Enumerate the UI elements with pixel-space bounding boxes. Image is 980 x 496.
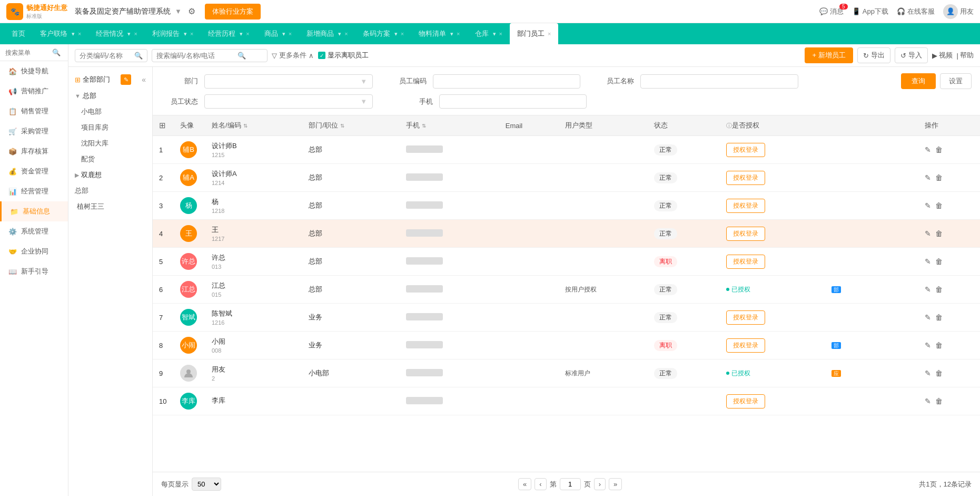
- export-button[interactable]: ↻ 导出: [857, 47, 890, 63]
- delete-button[interactable]: 🗑: [935, 229, 943, 238]
- delete-button[interactable]: 🗑: [935, 257, 943, 266]
- dropdown-arrow-icon[interactable]: ▼: [175, 7, 182, 15]
- th-name[interactable]: 姓名/编码 ⇅: [205, 115, 302, 136]
- page-number-input[interactable]: [560, 478, 581, 490]
- delete-button[interactable]: 🗑: [935, 341, 943, 349]
- more-filter-button[interactable]: ▽ 更多条件 ∧: [272, 51, 314, 60]
- online-support-button[interactable]: 🎧 在线客服: [897, 7, 935, 16]
- delete-button[interactable]: 🗑: [935, 173, 943, 182]
- dept-item-zhishu[interactable]: 植树王三: [68, 199, 152, 215]
- import-button[interactable]: ↺ 导入: [895, 47, 928, 63]
- employee-auth[interactable]: 授权登录: [720, 387, 824, 415]
- last-page-button[interactable]: »: [609, 478, 622, 490]
- employee-auth[interactable]: 授权登录: [720, 192, 824, 220]
- sidebar-item-marketing[interactable]: 📢营销推广: [0, 81, 68, 101]
- employee-auth[interactable]: 授权登录: [720, 220, 824, 248]
- edit-button[interactable]: ✎: [925, 173, 931, 182]
- employee-auth[interactable]: 授权登录: [720, 332, 824, 359]
- app-download-button[interactable]: 📱 App下载: [852, 7, 888, 16]
- auth-login-button[interactable]: 授权登录: [726, 171, 765, 185]
- trial-button[interactable]: 体验行业方案: [205, 4, 261, 20]
- edit-button[interactable]: ✎: [925, 313, 931, 322]
- sidebar-item-finance[interactable]: 💰资金管理: [0, 161, 68, 181]
- set-button[interactable]: 设置: [940, 73, 972, 89]
- category-search-input[interactable]: [80, 52, 132, 60]
- edit-button[interactable]: ✎: [925, 341, 931, 349]
- first-page-button[interactable]: «: [518, 478, 531, 490]
- tab-customer[interactable]: 客户联络 ▾×: [33, 23, 88, 44]
- page-size-dropdown[interactable]: 50 100 200: [192, 478, 221, 491]
- dept-item-peihuo[interactable]: 配货: [68, 151, 152, 167]
- th-phone[interactable]: 手机 ⇅: [400, 115, 499, 136]
- tab-operation[interactable]: 经营情况 ▾×: [88, 23, 144, 44]
- sidebar-item-sales[interactable]: 📋销售管理: [0, 101, 68, 121]
- edit-button[interactable]: ✎: [925, 145, 931, 154]
- emp-status-select[interactable]: ▼: [204, 94, 373, 109]
- edit-button[interactable]: ✎: [925, 285, 931, 294]
- edit-button[interactable]: ✎: [925, 369, 931, 377]
- next-page-button[interactable]: ›: [594, 478, 606, 490]
- delete-button[interactable]: 🗑: [935, 201, 943, 210]
- column-settings-icon[interactable]: ⊞: [159, 121, 166, 130]
- delete-button[interactable]: 🗑: [935, 313, 943, 322]
- auth-login-button[interactable]: 授权登录: [726, 255, 765, 269]
- employee-auth[interactable]: 授权登录: [720, 304, 824, 332]
- tab-home[interactable]: 首页: [4, 23, 33, 44]
- edit-button[interactable]: ✎: [925, 397, 931, 405]
- sidebar-item-collab[interactable]: 🤝企业协同: [0, 241, 68, 261]
- auth-login-button[interactable]: 授权登录: [726, 394, 765, 409]
- query-button[interactable]: 查询: [901, 73, 936, 89]
- prev-page-button[interactable]: ‹: [534, 478, 546, 490]
- tab-add-goods[interactable]: 新增商品 ▾×: [299, 23, 355, 44]
- emp-code-input[interactable]: [433, 74, 580, 89]
- auth-login-button[interactable]: 授权登录: [726, 143, 765, 157]
- user-menu[interactable]: 👤 用友: [943, 4, 974, 19]
- sidebar-item-management[interactable]: 📊经营管理: [0, 181, 68, 201]
- sidebar-item-system[interactable]: ⚙️系统管理: [0, 221, 68, 241]
- sidebar-item-purchase[interactable]: 🛒采购管理: [0, 121, 68, 141]
- main-search-input[interactable]: [156, 52, 235, 60]
- message-button[interactable]: 💬 消息 5: [819, 7, 844, 16]
- employee-auth[interactable]: 授权登录: [720, 248, 824, 276]
- tab-history[interactable]: 经营历程 ▾×: [201, 23, 256, 44]
- sidebar-item-inventory[interactable]: 📦库存核算: [0, 141, 68, 161]
- delete-button[interactable]: 🗑: [935, 397, 943, 405]
- delete-button[interactable]: 🗑: [935, 145, 943, 154]
- edit-button[interactable]: ✎: [925, 229, 931, 238]
- tab-profit[interactable]: 利润报告 ▾×: [145, 23, 201, 44]
- settings-icon[interactable]: ⚙: [188, 6, 195, 16]
- tab-bom[interactable]: 物料清单 ▾×: [411, 23, 467, 44]
- show-resigned-checkbox[interactable]: ✓ 显示离职员工: [318, 51, 369, 60]
- help-button[interactable]: | 帮助: [957, 47, 974, 63]
- delete-button[interactable]: 🗑: [935, 285, 943, 294]
- auth-login-button[interactable]: 授权登录: [726, 199, 765, 213]
- tab-goods[interactable]: 商品 ▾×: [257, 23, 299, 44]
- sidebar-item-shortcut[interactable]: 🏠快捷导航: [0, 61, 68, 81]
- dept-item-project[interactable]: 项目库房: [68, 120, 152, 135]
- delete-button[interactable]: 🗑: [935, 369, 943, 377]
- purchase-icon: 🛒: [8, 128, 17, 135]
- dept-collapse-button[interactable]: «: [142, 75, 146, 84]
- auth-login-button[interactable]: 授权登录: [726, 338, 765, 353]
- auth-login-button[interactable]: 授权登录: [726, 227, 765, 241]
- edit-button[interactable]: ✎: [925, 257, 931, 266]
- employee-auth[interactable]: 授权登录: [720, 164, 824, 192]
- video-button[interactable]: ▶ 视频: [932, 47, 953, 63]
- employee-auth[interactable]: 授权登录: [720, 136, 824, 164]
- auth-login-button[interactable]: 授权登录: [726, 310, 765, 325]
- sidebar-search-input[interactable]: [5, 49, 50, 56]
- tab-barcode[interactable]: 条码方案 ▾×: [355, 23, 411, 44]
- dept-item-shenyang[interactable]: 沈阳大库: [68, 135, 152, 151]
- sidebar-item-basic[interactable]: 📁基础信息: [0, 201, 68, 221]
- sidebar-item-guide[interactable]: 📖新手引导: [0, 261, 68, 281]
- tab-warehouse[interactable]: 仓库 ▾×: [468, 23, 510, 44]
- tab-employees[interactable]: 部门员工 ×: [510, 23, 558, 44]
- edit-button[interactable]: ✎: [925, 201, 931, 210]
- th-dept[interactable]: 部门/职位 ⇅: [302, 115, 399, 136]
- phone-input[interactable]: [439, 94, 587, 109]
- dept-edit-icon[interactable]: ✎: [121, 74, 131, 85]
- dept-item-xiaodian[interactable]: 小电部: [68, 104, 152, 120]
- dept-select[interactable]: ▼: [204, 74, 373, 89]
- add-employee-button[interactable]: + 新增员工: [805, 47, 853, 63]
- emp-name-input[interactable]: [640, 74, 798, 89]
